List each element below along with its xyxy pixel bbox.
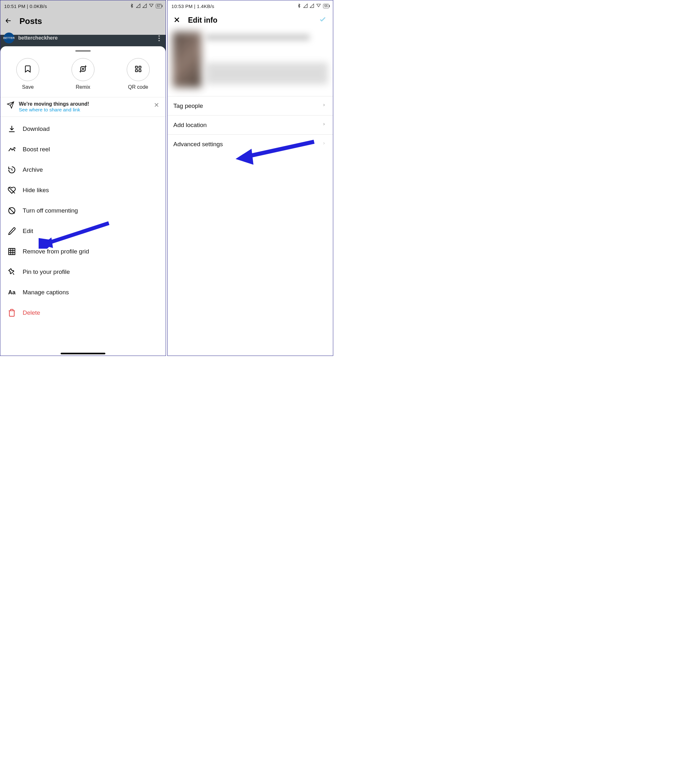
notice-link[interactable]: See where to share and link (19, 107, 149, 113)
status-icons: 66 (297, 3, 329, 9)
boost-icon (7, 145, 16, 154)
menu-item-boost[interactable]: Boost reel (0, 139, 166, 160)
menu-item-captions[interactable]: Aa Manage captions (0, 282, 166, 302)
svg-rect-3 (135, 70, 137, 72)
menu-item-hide-likes[interactable]: Hide likes (0, 180, 166, 200)
captions-icon: Aa (7, 288, 16, 297)
setting-label: Advanced settings (173, 141, 223, 148)
menu-item-label: Remove from profile grid (23, 248, 89, 255)
post-preview-blurred (168, 29, 333, 96)
menu-item-label: Download (23, 125, 50, 133)
menu-item-pin[interactable]: Pin to your profile (0, 262, 166, 282)
svg-rect-6 (9, 248, 15, 255)
svg-rect-2 (139, 66, 141, 68)
chevron-right-icon (322, 102, 326, 109)
archive-icon (7, 165, 16, 174)
bluetooth-icon (297, 3, 301, 9)
quick-actions-row: Save Remix QR code (0, 56, 166, 98)
page-title: Edit info (188, 16, 310, 25)
signal-icon (310, 3, 314, 9)
quick-action-label: Save (22, 84, 34, 90)
setting-label: Add location (173, 122, 207, 129)
edit-icon (7, 227, 16, 235)
close-notice-icon[interactable]: ✕ (154, 101, 159, 109)
menu-item-label: Turn off commenting (23, 207, 78, 214)
edit-info-header: Edit info (168, 12, 333, 29)
delete-icon (7, 308, 16, 317)
quick-action-save[interactable]: Save (4, 58, 52, 90)
phone-screenshot-right: 10:53 PM | 1.4KB/s 66 Edit info Tag peop… (167, 0, 333, 356)
bottom-sheet: Save Remix QR code We're moving things a… (0, 46, 166, 355)
menu-item-label: Delete (23, 309, 40, 316)
home-indicator[interactable] (61, 353, 105, 354)
quick-action-remix[interactable]: Remix (59, 58, 107, 90)
quick-action-qrcode[interactable]: QR code (114, 58, 162, 90)
menu-item-label: Pin to your profile (23, 269, 70, 275)
post-caption-blurred (206, 62, 328, 84)
phone-screenshot-left: 10:51 PM | 0.0KB/s 67 Posts BETTER bette… (0, 0, 166, 356)
menu-item-label: Manage captions (23, 289, 69, 296)
comment-off-icon (7, 206, 16, 215)
signal-icon (303, 3, 308, 9)
remix-icon (78, 64, 88, 75)
info-notice: We're moving things around! See where to… (0, 98, 166, 117)
svg-rect-1 (135, 66, 137, 68)
menu-item-download[interactable]: Download (0, 119, 166, 139)
confirm-check-icon[interactable] (318, 15, 328, 26)
chevron-right-icon (322, 121, 326, 129)
grid-icon (7, 247, 16, 256)
annotation-arrow-edit (38, 220, 110, 249)
quick-action-label: Remix (76, 84, 90, 90)
menu-item-comment-off[interactable]: Turn off commenting (0, 200, 166, 221)
bookmark-icon (24, 65, 32, 74)
annotation-arrow-advanced (233, 139, 316, 165)
setting-label: Tag people (173, 102, 203, 109)
setting-tag-people[interactable]: Tag people (168, 96, 333, 115)
menu-item-label: Boost reel (23, 146, 50, 153)
post-title-blurred (206, 34, 310, 40)
post-thumbnail-blurred (173, 32, 201, 88)
menu-item-archive[interactable]: Archive (0, 160, 166, 180)
download-icon (7, 125, 16, 133)
notice-title: We're moving things around! (19, 101, 149, 107)
close-icon[interactable] (173, 16, 181, 25)
share-icon (7, 101, 14, 110)
status-bar: 10:53 PM | 1.4KB/s 66 (168, 0, 333, 12)
wifi-icon (316, 3, 321, 9)
menu-item-label: Edit (23, 227, 33, 235)
pin-icon (7, 267, 16, 277)
battery-indicator: 66 (323, 4, 329, 8)
chevron-right-icon (322, 141, 326, 148)
hide-likes-icon (7, 186, 16, 195)
menu-item-label: Archive (23, 166, 43, 173)
quick-action-label: QR code (128, 84, 148, 90)
svg-rect-4 (139, 70, 141, 72)
qr-code-icon (134, 65, 142, 74)
menu-item-label: Hide likes (23, 187, 49, 194)
status-time: 10:53 PM | 1.4KB/s (171, 3, 214, 9)
drag-handle[interactable] (75, 50, 91, 52)
setting-add-location[interactable]: Add location (168, 115, 333, 135)
menu-item-delete[interactable]: Delete (0, 302, 166, 323)
